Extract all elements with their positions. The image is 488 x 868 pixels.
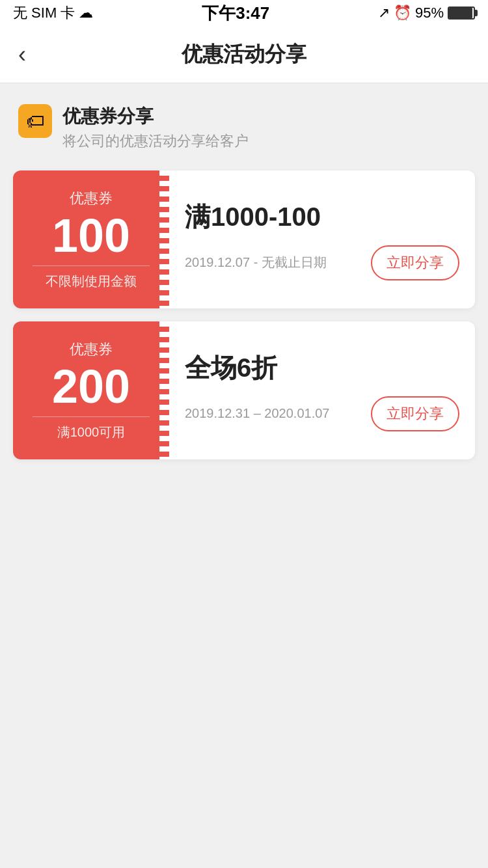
status-right: ↗ ⏰ 95%: [378, 5, 475, 21]
section-text: 优惠券分享 将公司的优惠活动分享给客户: [62, 104, 249, 151]
no-sim-text: 无 SIM 卡 ☁: [13, 3, 93, 23]
back-button[interactable]: ‹: [18, 43, 26, 66]
section-title: 优惠券分享: [62, 104, 249, 129]
coupon-amount-1: 200: [52, 363, 130, 410]
coupon-name-1: 全场6折: [185, 350, 459, 386]
status-left: 无 SIM 卡 ☁: [13, 3, 93, 23]
coupon-condition-1: 满1000可用: [57, 424, 126, 441]
nav-bar: ‹ 优惠活动分享: [0, 26, 488, 83]
coupon-divider-0: [33, 265, 150, 266]
share-button-0[interactable]: 立即分享: [371, 245, 459, 280]
coupon-list: 优惠券 100 不限制使用金额 满1000-100 2019.12.07 - 无…: [0, 164, 488, 492]
alarm-icon: ⏰: [394, 5, 411, 21]
battery-icon: [448, 7, 475, 20]
section-header: 🏷 优惠券分享 将公司的优惠活动分享给客户: [0, 83, 488, 164]
coupon-condition-0: 不限制使用金额: [46, 273, 137, 290]
coupon-date-1: 2019.12.31 – 2020.01.07: [185, 406, 329, 421]
coupon-left-0: 优惠券 100 不限制使用金额: [13, 170, 169, 308]
coupon-bottom-row-1: 2019.12.31 – 2020.01.07 立即分享: [185, 396, 459, 431]
page-rest: [0, 492, 488, 817]
coupon-icon: 🏷: [26, 111, 44, 132]
coupon-amount-0: 100: [52, 212, 130, 259]
share-button-1[interactable]: 立即分享: [371, 396, 459, 431]
status-time: 下午3:47: [202, 2, 269, 25]
coupon-date-0: 2019.12.07 - 无截止日期: [185, 254, 327, 271]
coupon-right-0: 满1000-100 2019.12.07 - 无截止日期 立即分享: [169, 170, 475, 308]
coupon-divider-1: [33, 416, 150, 417]
location-icon: ↗: [378, 5, 390, 21]
coupon-right-1: 全场6折 2019.12.31 – 2020.01.07 立即分享: [169, 321, 475, 459]
status-bar: 无 SIM 卡 ☁ 下午3:47 ↗ ⏰ 95%: [0, 0, 488, 26]
battery-percent: 95%: [415, 5, 444, 21]
page-title: 优惠活动分享: [182, 40, 306, 69]
coupon-label-0: 优惠券: [70, 189, 113, 208]
coupon-name-0: 满1000-100: [185, 199, 459, 235]
coupon-card: 优惠券 200 满1000可用 全场6折 2019.12.31 – 2020.0…: [13, 321, 475, 459]
coupon-left-1: 优惠券 200 满1000可用: [13, 321, 169, 459]
section-icon: 🏷: [18, 104, 52, 138]
coupon-card: 优惠券 100 不限制使用金额 满1000-100 2019.12.07 - 无…: [13, 170, 475, 308]
coupon-bottom-row-0: 2019.12.07 - 无截止日期 立即分享: [185, 245, 459, 280]
section-subtitle: 将公司的优惠活动分享给客户: [62, 131, 249, 151]
coupon-label-1: 优惠券: [70, 340, 113, 359]
